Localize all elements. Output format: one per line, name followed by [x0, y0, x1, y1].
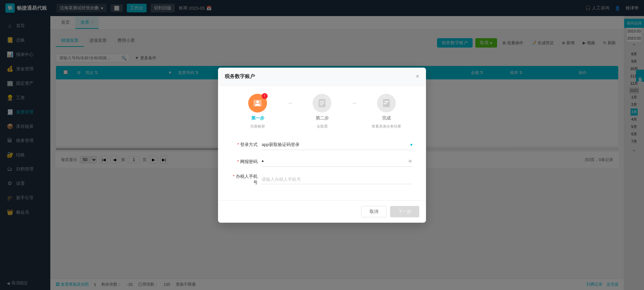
- login-method-value: app获取验证码登录: [262, 142, 300, 148]
- password-row: * 网报密码 👁: [231, 157, 413, 167]
- steps: ! 第一步 完善账密 →: [231, 94, 413, 129]
- step-1: ! 第一步 完善账密: [231, 94, 284, 129]
- phone-input[interactable]: [262, 175, 413, 184]
- step-1-desc: 完善账密: [250, 124, 265, 129]
- step-2-icon: [313, 94, 331, 113]
- step-2-title: 第二步: [316, 115, 329, 121]
- modal-header: 税务数字账户 ×: [218, 68, 426, 86]
- phone-label: * 办税人手机号: [231, 173, 262, 186]
- svg-point-1: [256, 100, 259, 103]
- step-arrow-2: →: [348, 99, 360, 107]
- step-3-desc: 查看具体任务结果: [372, 124, 401, 129]
- step-2: 第二步 去取票: [296, 94, 348, 129]
- step-arrow-1: →: [284, 99, 296, 107]
- tax-account-modal: 税务数字账户 × ! 第一步 完善账密: [218, 68, 426, 223]
- modal-overlay: 税务数字账户 × ! 第一步 完善账密: [0, 0, 644, 290]
- step-3-icon: [377, 94, 396, 113]
- modal-title: 税务数字账户: [225, 73, 255, 80]
- phone-row: * 办税人手机号: [231, 173, 413, 186]
- login-method-row: * 登录方式 app获取验证码登录 ▾: [231, 140, 413, 150]
- step-1-badge: !: [262, 93, 268, 99]
- modal-close-icon[interactable]: ×: [416, 73, 419, 80]
- step-3-title: 完成: [382, 115, 391, 121]
- step-2-desc: 去取票: [317, 124, 328, 129]
- cancel-button[interactable]: 取消: [361, 206, 387, 217]
- svg-rect-7: [384, 101, 389, 102]
- eye-icon[interactable]: 👁: [408, 159, 413, 164]
- step-3: 完成 查看具体任务结果: [360, 94, 413, 129]
- password-input[interactable]: [262, 158, 408, 165]
- login-method-label: * 登录方式: [231, 142, 262, 148]
- svg-rect-5: [320, 104, 323, 105]
- next-button[interactable]: 下一步: [390, 206, 419, 217]
- password-label: * 网报密码: [231, 159, 262, 165]
- login-method-chevron-icon: ▾: [410, 142, 413, 147]
- svg-rect-4: [320, 103, 324, 103]
- modal-body: ! 第一步 完善账密 →: [218, 86, 426, 200]
- password-field-wrap: 👁: [262, 157, 413, 167]
- modal-footer: 取消 下一步: [218, 200, 426, 223]
- svg-rect-3: [320, 101, 324, 102]
- login-method-select[interactable]: app获取验证码登录 ▾: [262, 140, 413, 150]
- step-1-title: 第一步: [251, 115, 264, 121]
- step-1-icon: !: [248, 94, 267, 113]
